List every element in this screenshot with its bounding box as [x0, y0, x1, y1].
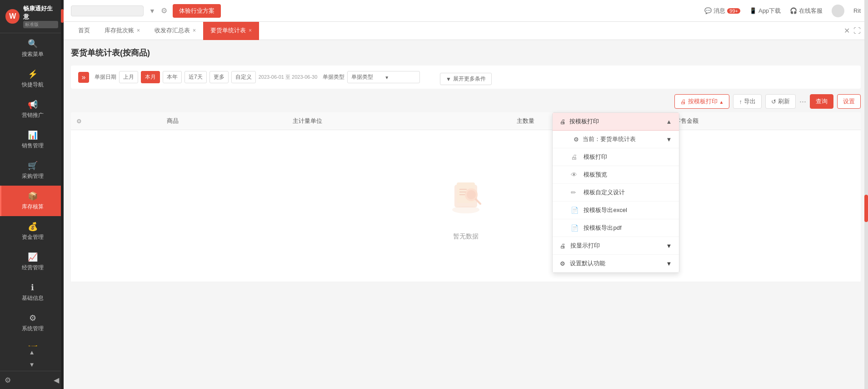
tab-stock-summary-close[interactable]: × [193, 27, 196, 34]
date-btn-more[interactable]: 更多 [210, 71, 229, 83]
sidebar-bottom: ⚙ ◀ [0, 371, 64, 389]
type-filter-group: 单据类型 单据类型 [323, 71, 420, 83]
type-select-chevron [384, 74, 416, 81]
sidebar-item-quick-nav[interactable]: ⚡ 快捷导航 [0, 64, 64, 94]
maximize-icon[interactable]: ⛶ [853, 27, 861, 35]
template-excel-icon: 📄 [571, 207, 579, 214]
sidebar-item-basic[interactable]: ℹ 基础信息 [0, 277, 64, 308]
template-custom-label: 模板自定义设计 [584, 188, 625, 197]
user-avatar[interactable] [832, 5, 844, 17]
print-dropdown: 🖨 按模板打印 ▲ ⚙ 当前：要货单统计表 ▼ 🖨 模板打印 [552, 112, 679, 273]
print-chevron-icon [719, 98, 724, 105]
date-btn-last-month[interactable]: 上月 [119, 71, 138, 83]
user-name[interactable]: Rit [853, 7, 861, 14]
finance-icon: 💰 [28, 222, 38, 232]
message-icon: 💬 [704, 7, 712, 14]
search-icon: 🔍 [28, 39, 38, 49]
export-icon: ↑ [739, 98, 742, 105]
empty-text: 暂无数据 [453, 232, 479, 241]
display-print-icon: 🖨 [560, 242, 566, 249]
display-print-label: 按显示打印 [570, 242, 600, 250]
col-unit-header: 主计量单位 [287, 112, 511, 130]
tab-order-stats-close[interactable]: × [249, 27, 252, 34]
topbar-dropdown-icon[interactable]: ▼ [149, 7, 155, 15]
menu-template-export-excel[interactable]: 📄 按模板导出excel [553, 202, 679, 219]
sidebar-nav: 🔍 搜索菜单 ⚡ 快捷导航 📢 营销推广 📊 销售管理 🛒 采购管理 📦 库存核… [0, 33, 64, 346]
sidebar-item-finance[interactable]: 💰 资金管理 [0, 216, 64, 247]
template-excel-label: 按模板导出excel [584, 206, 627, 214]
sidebar-item-inventory[interactable]: 📦 库存核算 [0, 186, 64, 216]
set-default-label: 设置默认功能 [570, 259, 605, 268]
template-custom-icon: ✏ [571, 189, 579, 196]
online-service-item[interactable]: 🎧 在线客服 [790, 7, 823, 15]
tab-order-stats[interactable]: 要货单统计表 × [203, 22, 259, 40]
tab-stock-summary[interactable]: 收发存汇总表 × [147, 22, 203, 40]
sidebar-item-operations[interactable]: 📈 经营管理 [0, 247, 64, 277]
col-amount-header: 零售金额 [669, 112, 861, 130]
col-goods-header: 商品 [161, 112, 287, 130]
app-download-item[interactable]: 📱 App下载 [749, 7, 781, 15]
phone-icon: 📱 [749, 7, 757, 14]
export-btn-label: 导出 [744, 97, 756, 106]
print-title-label: 按模板打印 [569, 117, 599, 126]
set-default-icon: ⚙ [560, 260, 565, 267]
topbar-search-input[interactable] [71, 5, 144, 16]
topbar: ▼ ⚙ 体验行业方案 💬 消息 99+ 📱 App下载 🎧 在线客服 Rit [64, 0, 868, 22]
export-btn[interactable]: ↑ 导出 [733, 94, 762, 109]
sidebar-item-label: 库存核算 [22, 203, 44, 211]
date-btn-this-month[interactable]: 本月 [141, 71, 160, 83]
print-current-template[interactable]: ⚙ 当前：要货单统计表 ▼ [553, 131, 679, 148]
menu-template-print[interactable]: 🖨 模板打印 [553, 148, 679, 166]
settings-btn[interactable]: 设置 [837, 94, 861, 109]
set-default-left: ⚙ 设置默认功能 [560, 259, 605, 268]
menu-template-custom[interactable]: ✏ 模板自定义设计 [553, 184, 679, 202]
refresh-btn[interactable]: ↺ 刷新 [765, 94, 796, 109]
col-settings-header[interactable]: ⚙ [71, 112, 161, 130]
template-print-label: 模板打印 [584, 153, 607, 161]
printer-icon: 🖨 [680, 98, 686, 105]
sidebar-item-search[interactable]: 🔍 搜索菜单 [0, 33, 64, 64]
tab-stock-batch[interactable]: 库存批次账 × [97, 22, 147, 40]
settings-icon[interactable]: ⚙ [5, 376, 11, 384]
page-title: 要货单统计表(按商品) [71, 47, 861, 58]
app-name-text: 畅康通好生意 标准版 [23, 5, 58, 28]
menu-display-print[interactable]: 🖨 按显示打印 ▼ [553, 237, 679, 255]
sidebar: W 畅康通好生意 标准版 🔍 搜索菜单 ⚡ 快捷导航 📢 营销推广 📊 销售管理… [0, 0, 64, 389]
expand-more-label: 展开更多条件 [453, 75, 486, 83]
date-btn-custom[interactable]: 自定义 [231, 71, 256, 83]
print-dropdown-close-arrow[interactable]: ▲ [666, 118, 672, 125]
type-filter-select[interactable]: 单据类型 [347, 71, 420, 83]
sidebar-item-sales[interactable]: 📊 销售管理 [0, 125, 64, 155]
close-tab-icon[interactable]: ✕ [844, 26, 850, 35]
trial-btn[interactable]: 体验行业方案 [173, 4, 221, 18]
collapse-icon[interactable]: ◀ [54, 376, 59, 384]
sidebar-scroll-down[interactable]: ▼ [0, 359, 64, 371]
template-preview-label: 模板预览 [584, 171, 607, 179]
sidebar-scroll-up[interactable]: ▲ [0, 346, 64, 359]
messages-label: 消息 [713, 7, 725, 15]
expand-more-btn[interactable]: ▼ 展开更多条件 [440, 73, 492, 85]
topbar-right: 💬 消息 99+ 📱 App下载 🎧 在线客服 Rit [704, 5, 861, 17]
print-title-icon: 🖨 [560, 118, 566, 125]
tab-home[interactable]: 首页 [71, 22, 97, 40]
app-logo: W 畅康通好生意 标准版 [0, 0, 64, 33]
sidebar-item-purchase[interactable]: 🛒 采购管理 [0, 155, 64, 186]
date-btn-this-year[interactable]: 本年 [163, 71, 182, 83]
table-settings-icon[interactable]: ⚙ [76, 118, 82, 125]
date-btn-last-7-days[interactable]: 近7天 [185, 71, 207, 83]
filter-expand-btn[interactable]: » [78, 72, 89, 83]
menu-template-export-pdf[interactable]: 📄 按模板导出pdf [553, 219, 679, 237]
menu-template-preview[interactable]: 👁 模板预览 [553, 166, 679, 184]
menu-set-default[interactable]: ⚙ 设置默认功能 ▼ [553, 255, 679, 273]
sidebar-item-system[interactable]: ⚙ 系统管理 [0, 308, 64, 338]
messages-item[interactable]: 💬 消息 99+ [704, 7, 740, 15]
right-scrollbar[interactable] [864, 0, 868, 389]
query-btn[interactable]: 查询 [810, 94, 833, 109]
sidebar-item-marketing[interactable]: 📢 营销推广 [0, 94, 64, 125]
topbar-gear-icon[interactable]: ⚙ [161, 6, 167, 15]
sidebar-item-enterprise[interactable]: 🤝 企业协同 [0, 338, 64, 346]
tab-stock-batch-close[interactable]: × [137, 27, 140, 34]
print-btn[interactable]: 🖨 按模板打印 [674, 94, 730, 109]
more-options-icon[interactable]: ··· [799, 97, 806, 106]
filter-bar: » 单据日期 上月 本月 本年 近7天 更多 自定义 2023-06-01 至 … [71, 66, 861, 89]
